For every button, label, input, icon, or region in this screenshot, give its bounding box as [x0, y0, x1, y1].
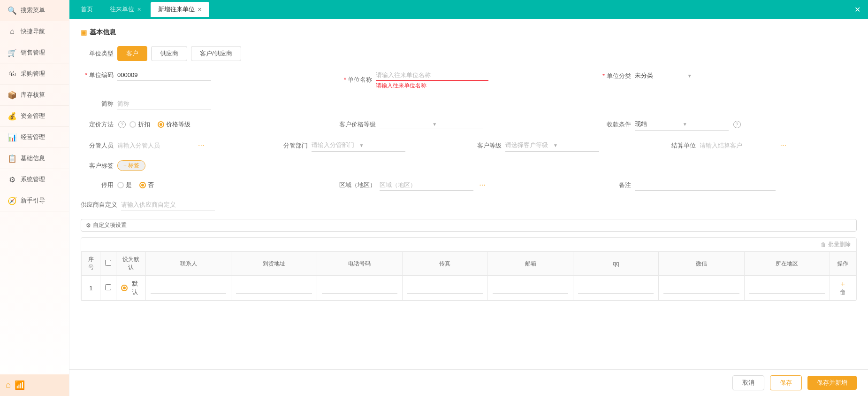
row-select-checkbox[interactable] — [105, 284, 111, 290]
help-icon-payment[interactable]: ? — [733, 121, 741, 128]
radio-disabled-no[interactable]: 否 — [139, 181, 154, 189]
home-icon: ⌂ — [8, 27, 17, 36]
sidebar-item-inventory[interactable]: 📦 库存核算 — [0, 85, 69, 106]
row-email-input[interactable] — [493, 282, 568, 294]
sidebar-item-quicknav[interactable]: ⌂ 快捷导航 — [0, 21, 69, 42]
sidebar-item-finance[interactable]: 💰 资金管理 — [0, 106, 69, 127]
sidebar-item-operations[interactable]: 📊 经营管理 — [0, 127, 69, 148]
customer-price-level-field: 客户价格等级 ▼ — [339, 120, 598, 129]
row-address — [231, 276, 317, 301]
select-all-checkbox[interactable] — [105, 260, 111, 266]
tab-new-contact[interactable]: 新增往来单位 ✕ — [151, 2, 209, 17]
unit-info-row: 单位编码 单位名称 请输入往来单位名称 单位分类 未分类 ▼ — [81, 70, 857, 90]
remark-field: 备注 — [598, 179, 857, 191]
radio-discount[interactable]: 折扣 — [129, 120, 150, 129]
btn-customer[interactable]: 客户 — [117, 46, 147, 61]
pricing-label: 定价方法 — [81, 120, 114, 129]
department-select[interactable]: 请输入分管部门 ▼ — [312, 139, 405, 152]
tab-contacts[interactable]: 往来单位 ✕ — [102, 2, 149, 17]
abbreviation-input[interactable] — [117, 98, 211, 109]
abbreviation-label: 简称 — [81, 100, 114, 108]
finance-icon: 💰 — [8, 111, 17, 121]
col-action: 操作 — [830, 252, 856, 276]
row-no: 1 — [82, 276, 100, 301]
manager-more-btn[interactable]: ··· — [196, 141, 206, 150]
unit-name-field: 单位名称 请输入往来单位名称 — [339, 70, 598, 90]
sidebar-item-label: 系统管理 — [21, 175, 45, 184]
row-add-button[interactable]: + — [839, 280, 847, 288]
row-fax-input[interactable] — [407, 282, 483, 294]
save-button[interactable]: 保存 — [770, 375, 802, 390]
sidebar-item-guide[interactable]: 🧭 新手引导 — [0, 190, 69, 211]
row-qq-input[interactable] — [578, 282, 654, 294]
row-delete-button[interactable]: 🗑 — [838, 288, 848, 296]
btn-customer-supplier[interactable]: 客户/供应商 — [191, 46, 241, 61]
custom-settings-button[interactable]: ⚙ 自定义项设置 — [81, 219, 857, 232]
sidebar-item-search[interactable]: 🔍 搜索菜单 — [0, 0, 69, 21]
col-default: 设为默认 — [116, 252, 146, 276]
settlement-more-btn[interactable]: ··· — [778, 141, 788, 150]
unit-name-input[interactable] — [376, 70, 488, 81]
pricing-row: 定价方法 ? 折扣 价格等级 客户价格等级 ▼ — [81, 118, 857, 131]
col-fax: 传真 — [402, 252, 487, 276]
row-contact-input[interactable] — [151, 282, 226, 294]
add-tag-button[interactable]: + 标签 — [117, 160, 145, 171]
sidebar-item-sales[interactable]: 🛒 销售管理 — [0, 42, 69, 63]
radio-price-level[interactable]: 价格等级 — [158, 120, 190, 129]
sidebar-item-purchase[interactable]: 🛍 采购管理 — [0, 63, 69, 85]
row-fax — [402, 276, 487, 301]
unit-code-input[interactable] — [117, 70, 211, 81]
row-phone-input[interactable] — [322, 282, 397, 294]
sidebar-item-label: 基础信息 — [21, 154, 45, 163]
sidebar-item-system[interactable]: ⚙ 系统管理 — [0, 169, 69, 190]
customer-level-select[interactable]: 请选择客户等级 ▼ — [505, 139, 599, 152]
unit-code-label: 单位编码 — [81, 71, 114, 79]
sidebar-item-basic[interactable]: 📋 基础信息 — [0, 148, 69, 169]
row-default-radio[interactable]: 默认 — [121, 280, 141, 296]
customer-price-level-select[interactable]: ▼ — [380, 120, 483, 129]
batch-delete-button[interactable]: 🗑 批量删除 — [821, 241, 851, 248]
table-row: 1 默认 — [82, 276, 856, 301]
cancel-button[interactable]: 取消 — [732, 375, 764, 390]
abbreviation-field: 简称 — [81, 98, 857, 109]
main-area: 首页 往来单位 ✕ 新增往来单位 ✕ ✕ ▣ 基本信息 单位类型 客户 供应商 … — [69, 0, 868, 396]
purchase-icon: 🛍 — [8, 69, 17, 78]
supplier-custom-input[interactable] — [121, 199, 215, 210]
form-footer: 取消 保存 保存并新增 — [69, 369, 868, 396]
row-region-input[interactable] — [749, 282, 825, 294]
settlement-unit-field: 结算单位 ··· — [663, 140, 857, 151]
radio-disabled-yes[interactable]: 是 — [117, 181, 132, 189]
region-field: 区域（地区） ··· — [339, 179, 598, 191]
settlement-unit-input[interactable] — [700, 140, 775, 151]
department-label: 分管部门 — [275, 141, 308, 150]
help-icon-pricing[interactable]: ? — [118, 121, 126, 128]
col-contact: 联系人 — [146, 252, 231, 276]
tab-bar: 首页 往来单位 ✕ 新增往来单位 ✕ ✕ — [69, 0, 868, 19]
tab-home[interactable]: 首页 — [73, 2, 100, 17]
save-new-button[interactable]: 保存并新增 — [807, 376, 857, 390]
payment-terms-select[interactable]: 现结 ▼ — [635, 118, 729, 131]
close-all-button[interactable]: ✕ — [851, 3, 864, 16]
tab-close-new-contact[interactable]: ✕ — [198, 7, 202, 13]
customer-tag-label: 客户标签 — [81, 162, 114, 170]
unit-category-select[interactable]: 未分类 ▼ — [635, 70, 738, 82]
customer-price-level-label: 客户价格等级 — [339, 120, 376, 129]
btn-supplier[interactable]: 供应商 — [151, 46, 187, 61]
row-region — [744, 276, 830, 301]
pricing-radio-group: 折扣 价格等级 — [129, 120, 190, 129]
operations-icon: 📊 — [8, 132, 17, 142]
supplier-custom-label: 供应商自定义 — [81, 201, 117, 209]
manager-input[interactable] — [117, 140, 192, 151]
col-qq: qq — [573, 252, 659, 276]
radio-circle-yes — [117, 182, 124, 188]
tab-close-contacts[interactable]: ✕ — [137, 7, 141, 13]
region-more-btn[interactable]: ··· — [477, 181, 487, 189]
region-input[interactable] — [380, 179, 473, 191]
remark-input[interactable] — [635, 179, 776, 191]
section-title: ▣ 基本信息 — [81, 28, 857, 37]
col-email: 邮箱 — [487, 252, 573, 276]
row-address-input[interactable] — [236, 282, 312, 294]
unit-type-field: 单位类型 客户 供应商 客户/供应商 — [81, 46, 857, 61]
row-wechat-input[interactable] — [663, 282, 739, 294]
unit-type-btn-group: 客户 供应商 客户/供应商 — [117, 46, 241, 61]
